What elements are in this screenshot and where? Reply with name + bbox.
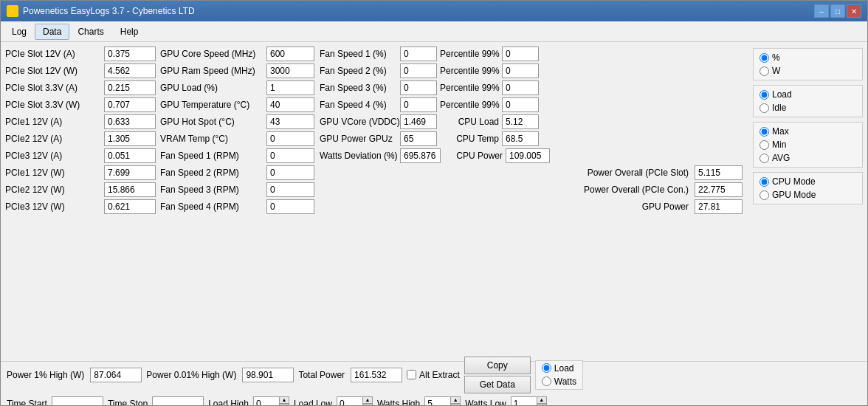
load-high-input[interactable]	[253, 396, 279, 406]
avg-label[interactable]: AVG	[772, 153, 790, 163]
menu-help[interactable]: Help	[112, 24, 147, 40]
total-power-label: Total Power	[298, 370, 345, 380]
data-area: PCIe Slot 12V (A) PCIe Slot 12V (W) PCIe…	[1, 42, 867, 361]
load2-radio[interactable]	[542, 363, 551, 373]
gpu-load-input[interactable]	[266, 80, 314, 95]
total-power-input[interactable]	[351, 368, 402, 382]
w-radio[interactable]	[760, 66, 769, 76]
watts2-radio[interactable]	[542, 376, 551, 386]
percentile-99-3-input[interactable]	[502, 80, 539, 95]
watts-high-down[interactable]: ▼	[450, 404, 461, 406]
fan-speed-2-pct-input[interactable]	[400, 63, 437, 78]
load-low-up[interactable]: ▲	[362, 396, 373, 404]
load2-label[interactable]: Load	[554, 363, 574, 374]
power-001-label: Power 0.01% High (W)	[146, 370, 236, 380]
power-001-input[interactable]	[242, 368, 294, 382]
pcie3-12v-a-input[interactable]	[104, 148, 156, 163]
power-overall-pcie-con-label: Power Overall (PCIe Con.)	[556, 185, 689, 195]
min-label[interactable]: Min	[772, 140, 786, 150]
pct-radio[interactable]	[760, 53, 769, 63]
load-high-down[interactable]: ▼	[279, 404, 289, 406]
w-label[interactable]: W	[772, 66, 780, 76]
watts-high-up[interactable]: ▲	[450, 396, 461, 404]
gpu-mode-label[interactable]: GPU Mode	[772, 190, 816, 200]
load-low-spinner: ▲ ▼	[337, 396, 373, 406]
cpu-mode-radio[interactable]	[760, 177, 769, 187]
pcie2-12v-w-input[interactable]	[104, 182, 156, 197]
watts-deviation-input[interactable]	[400, 148, 441, 163]
gpu-power-gpuz-input[interactable]	[400, 131, 437, 146]
copy-button[interactable]: Copy	[464, 357, 531, 374]
idle-radio[interactable]	[760, 103, 769, 113]
power-overall-pcie-slot-input[interactable]	[695, 165, 743, 180]
gpu-core-speed-row: GPU Core Speed (MHz)	[160, 47, 315, 61]
gpu-core-speed-input[interactable]	[266, 47, 314, 61]
load-idle-group: Load Idle	[753, 85, 863, 117]
bottom-status-bar: Power 1% High (W) Power 0.01% High (W) T…	[1, 361, 867, 405]
gpu-hotspot-input[interactable]	[266, 114, 314, 129]
gpu-ram-speed-input[interactable]	[266, 63, 314, 78]
watts-low-label: Watts Low	[465, 399, 506, 406]
max-label[interactable]: Max	[772, 126, 789, 137]
load-low-input[interactable]	[337, 396, 362, 406]
pcie3-12v-w-input[interactable]	[104, 199, 156, 214]
pcie1-12v-a-input[interactable]	[104, 114, 156, 129]
power-overall-pcie-con-input[interactable]	[695, 182, 743, 197]
load-radio[interactable]	[760, 90, 769, 100]
percentile-99-1-input[interactable]	[502, 47, 539, 61]
pct-label[interactable]: %	[772, 52, 780, 63]
close-button[interactable]: ✕	[847, 4, 861, 18]
fan-speed-1-rpm-input[interactable]	[266, 148, 314, 163]
minimize-button[interactable]: –	[814, 4, 829, 18]
max-radio[interactable]	[760, 127, 769, 137]
gpu-mode-radio[interactable]	[760, 190, 769, 200]
cpu-load-input[interactable]	[502, 114, 539, 129]
fan-speed-3-rpm-input[interactable]	[266, 182, 314, 197]
watts-low-input[interactable]	[511, 396, 537, 406]
power-high-input[interactable]	[90, 368, 142, 382]
fan-speed-3-pct-label: Fan Speed 3 (%)	[320, 83, 397, 93]
load-low-down[interactable]: ▼	[362, 404, 373, 406]
menu-charts[interactable]: Charts	[69, 24, 111, 40]
watts-high-input[interactable]	[424, 396, 450, 406]
menu-data[interactable]: Data	[35, 24, 69, 40]
pcie-slot-33v-a-input[interactable]	[104, 80, 156, 95]
fan-speed-4-pct-input[interactable]	[400, 97, 437, 112]
fan-speed-1-pct-input[interactable]	[400, 47, 437, 61]
pcie-slot-12v-w-input[interactable]	[104, 63, 156, 78]
watts-low-down[interactable]: ▼	[537, 404, 547, 406]
percentile-99-4-input[interactable]	[502, 97, 539, 112]
cpu-mode-label[interactable]: CPU Mode	[772, 176, 816, 187]
alt-extract-checkbox[interactable]	[407, 370, 416, 379]
gpu-power-input[interactable]	[695, 199, 743, 214]
fan-speed-4-rpm-input[interactable]	[266, 199, 314, 214]
cpu-load-label: CPU Load	[440, 117, 499, 127]
menu-log[interactable]: Log	[4, 24, 35, 40]
gpu-vcore-row: GPU VCore (VDDC) CPU Load	[320, 114, 744, 129]
pcie1-12v-a-label: PCIe1 12V (A)	[5, 117, 101, 127]
min-radio[interactable]	[760, 140, 769, 150]
pcie1-12v-w-input[interactable]	[104, 165, 156, 180]
watts-low-up[interactable]: ▲	[537, 396, 547, 404]
load-label[interactable]: Load	[772, 89, 792, 100]
get-data-button[interactable]: Get Data	[464, 376, 531, 393]
idle-label[interactable]: Idle	[772, 103, 786, 113]
load-high-up[interactable]: ▲	[279, 396, 289, 404]
maximize-button[interactable]: □	[830, 4, 845, 18]
time-start-input[interactable]	[52, 396, 103, 406]
cpu-power-input[interactable]	[506, 148, 550, 163]
cpu-temp-input[interactable]	[502, 131, 539, 146]
gpu-temp-input[interactable]	[266, 97, 314, 112]
watts2-label[interactable]: Watts	[554, 376, 576, 387]
gpu-vcore-input[interactable]	[400, 114, 437, 129]
percentile-99-2-input[interactable]	[502, 63, 539, 78]
fan-speed-3-pct-input[interactable]	[400, 80, 437, 95]
max-min-avg-group: Max Min AVG	[753, 122, 863, 168]
pcie-slot-12v-a-input[interactable]	[104, 47, 156, 61]
vram-temp-input[interactable]	[266, 131, 314, 146]
fan-speed-2-rpm-input[interactable]	[266, 165, 314, 180]
avg-radio[interactable]	[760, 154, 769, 163]
pcie-slot-33v-w-input[interactable]	[104, 97, 156, 112]
time-stop-input[interactable]	[152, 396, 204, 406]
pcie2-12v-a-input[interactable]	[104, 131, 156, 146]
